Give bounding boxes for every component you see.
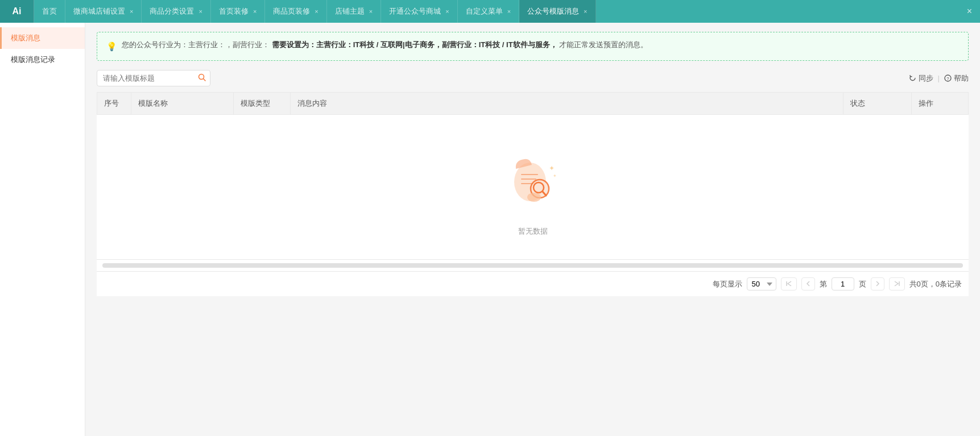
tab-custom-menu[interactable]: 自定义菜单× [458,0,519,23]
table-header: 序号模版名称模版类型消息内容状态操作 [97,93,969,115]
tab-label: 首页 [42,6,57,16]
tab-home-decoration[interactable]: 首页装修× [211,0,265,23]
page-label: 页 [859,279,866,289]
tab-home[interactable]: 首页 [34,0,65,23]
data-table: 序号模版名称模版类型消息内容状态操作 [97,92,969,115]
content-area: 💡 您的公众号行业为：主营行业：，副营行业： 需要设置为：主营行业：IT科技 /… [85,23,980,436]
table-header-type: 模版类型 [234,93,291,115]
tab-bar: Ai 首页微商城店铺设置×商品分类设置×首页装修×商品页装修×店铺主题×开通公众… [0,0,980,23]
tabs-container: 首页微商城店铺设置×商品分类设置×首页装修×商品页装修×店铺主题×开通公众号商城… [34,0,959,23]
tab-close-icon[interactable]: × [584,8,587,15]
table-header-name: 模版名称 [131,93,234,115]
tab-close-icon[interactable]: × [445,8,449,15]
svg-text:✦: ✦ [553,173,557,178]
help-icon: ? [944,74,952,82]
table-header-content: 消息内容 [291,93,843,115]
tab-category-settings[interactable]: 商品分类设置× [142,0,210,23]
page-size-wrapper: 102050100 [747,277,776,290]
svg-line-1 [204,79,206,81]
sidebar-items: 模版消息模版消息记录 [0,27,85,70]
page-number-input[interactable] [832,277,854,290]
main-layout: 模版消息模版消息记录 💡 您的公众号行业为：主营行业：，副营行业： 需要设置为：… [0,23,980,436]
help-button[interactable]: ? 帮助 [944,73,969,84]
notice-icon: 💡 [106,40,117,53]
prev-page-icon [807,281,810,286]
close-all-button[interactable]: × [959,6,980,16]
empty-illustration: ✦ ✦ [499,149,567,217]
search-icon [198,73,206,81]
notice-text: 您的公众号行业为：主营行业：，副营行业： 需要设置为：主营行业：IT科技 / 互… [122,39,648,51]
sync-button[interactable]: 同步 [909,73,933,84]
notice-banner: 💡 您的公众号行业为：主营行业：，副营行业： 需要设置为：主营行业：IT科技 /… [97,32,969,61]
page-size-select[interactable]: 102050100 [747,277,776,290]
table-header-action: 操作 [912,93,969,115]
tab-store-theme[interactable]: 店铺主题× [327,0,381,23]
tab-product-decoration[interactable]: 商品页装修× [265,0,326,23]
table-wrapper: 序号模版名称模版类型消息内容状态操作 [97,92,969,271]
horizontal-scrollbar[interactable] [102,263,963,268]
tab-close-icon[interactable]: × [315,8,318,15]
search-bar: 同步 | ? 帮助 [97,70,969,86]
tab-label: 微商城店铺设置 [73,6,125,16]
svg-point-11 [527,193,541,202]
total-label: 共0页，0条记录 [909,279,962,289]
sync-icon [909,74,916,82]
tab-label: 自定义菜单 [466,6,503,16]
tab-close-icon[interactable]: × [199,8,202,15]
next-page-icon [876,281,879,286]
first-page-icon [786,281,792,286]
toolbar-divider: | [938,74,940,82]
tab-open-mall[interactable]: 开通公众号商城× [381,0,457,23]
search-input-wrap [97,70,210,86]
tab-label: 商品页装修 [273,6,310,16]
tab-label: 店铺主题 [335,6,365,16]
tab-label: 公众号模版消息 [527,6,579,16]
sidebar-item-template-msg[interactable]: 模版消息 [0,27,85,49]
last-page-icon [894,281,900,286]
last-page-button[interactable] [889,277,905,290]
pagination: 每页显示 102050100 第 页 共0页，0条记录 [97,271,969,296]
scrollbar-area [97,259,969,271]
tab-template-msg[interactable]: 公众号模版消息× [519,0,596,23]
tab-label: 首页装修 [219,6,249,16]
page-size-label: 每页显示 [713,279,742,289]
app-logo: Ai [0,0,34,23]
toolbar-right: 同步 | ? 帮助 [909,73,969,84]
next-page-button[interactable] [871,277,884,290]
empty-state: ✦ ✦ 暂无数据 [97,115,969,259]
page-di-label: 第 [820,279,827,289]
tab-close-icon[interactable]: × [253,8,257,15]
empty-text: 暂无数据 [518,226,548,236]
search-button[interactable] [198,73,206,83]
first-page-button[interactable] [781,277,797,290]
tab-label: 开通公众号商城 [389,6,441,16]
tab-close-icon[interactable]: × [130,8,133,15]
sidebar-item-template-msg-log[interactable]: 模版消息记录 [0,49,85,70]
prev-page-button[interactable] [801,277,815,290]
tab-close-icon[interactable]: × [507,8,511,15]
search-input[interactable] [97,70,210,86]
tab-label: 商品分类设置 [150,6,194,16]
tab-store-settings[interactable]: 微商城店铺设置× [65,0,142,23]
table-header-index: 序号 [97,93,131,115]
svg-text:?: ? [946,76,949,81]
tab-close-icon[interactable]: × [369,8,373,15]
sidebar: 模版消息模版消息记录 [0,23,85,436]
table-header-status: 状态 [843,93,912,115]
svg-text:✦: ✦ [549,164,555,172]
